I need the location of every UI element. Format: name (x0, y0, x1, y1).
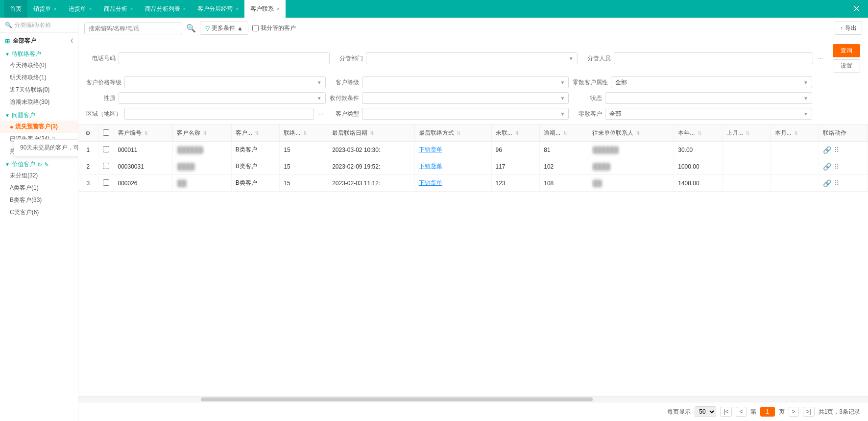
sidebar-item-overdue[interactable]: 逾期未联络(30) (0, 96, 78, 108)
person-ellipsis[interactable]: ··· (816, 55, 825, 62)
zero-customer-select[interactable]: 全部 (605, 108, 812, 120)
sidebar-item-churn-warning[interactable]: ● 流失预警客户(3) (0, 121, 78, 133)
col-liaison[interactable]: 往来单位联系人 ⇅ (588, 125, 674, 142)
my-customers-checkbox[interactable] (252, 25, 259, 31)
sidebar-item-ungroup[interactable]: 未分组(32) (0, 170, 78, 182)
horizontal-scrollbar[interactable] (78, 396, 868, 402)
dept-select[interactable] (366, 52, 577, 64)
sidebar-item-tomorrow[interactable]: 明天待联络(1) (0, 72, 78, 84)
row3-last-month (722, 175, 771, 192)
close-analysis-list-tab[interactable]: × (183, 6, 186, 12)
arrow-down-icon3: ▼ (5, 162, 10, 167)
zero-attr-select[interactable]: 全部 (611, 76, 812, 88)
row1-checkbox[interactable] (98, 142, 114, 158)
close-sales-tab[interactable]: × (54, 6, 57, 12)
nav-home[interactable]: 首页 (4, 0, 27, 18)
arrow-down-icon2: ▼ (5, 113, 10, 118)
row2-select[interactable] (103, 163, 109, 169)
filter-customer-grade: 客户等级 ▼ (330, 76, 569, 88)
group-value-customer[interactable]: ▼ 价值客户 ↻ ✎ (0, 157, 78, 170)
col-type[interactable]: 客户... ⇅ (231, 125, 280, 142)
customer-type-select[interactable] (362, 108, 569, 120)
col-this-year[interactable]: 本年... ⇅ (674, 125, 723, 142)
search-input[interactable] (84, 23, 182, 34)
row1-select[interactable] (103, 146, 109, 152)
page-prev-btn[interactable]: < (736, 407, 746, 417)
row1-code: 000011 (114, 142, 172, 158)
status-select[interactable] (605, 92, 812, 104)
col-last-date[interactable]: 最后联络日期 ⇅ (328, 125, 414, 142)
person-input[interactable] (614, 52, 813, 64)
page-next-btn[interactable]: > (789, 407, 799, 417)
row3-checkbox[interactable] (98, 175, 114, 192)
all-customers-header[interactable]: ⊞ 全部客户 《 (0, 33, 78, 47)
row3-more-icon[interactable]: ⠿ (834, 179, 839, 187)
settings-icon[interactable]: ⚙ (85, 130, 91, 137)
row2-link-icon[interactable]: 🔗 (823, 163, 831, 171)
close-purchase-tab[interactable]: × (89, 6, 92, 12)
nav-analysis-list[interactable]: 商品分析列表 × (139, 0, 192, 18)
churn-tooltip: 90天未交易的客户，可能有流失风险。 (14, 139, 78, 156)
col-checkbox[interactable] (98, 125, 114, 142)
page-input[interactable] (760, 407, 775, 417)
settings-btn[interactable]: 设置 (833, 59, 860, 73)
row3-last-method[interactable]: 下销货单 (414, 175, 491, 192)
my-customers-checkbox-label[interactable]: 我分管的客户 (252, 24, 296, 32)
close-customer-layer-tab[interactable]: × (236, 6, 239, 12)
nav-customer-contact[interactable]: 客户联系 × (244, 0, 286, 18)
sort-icon-this-year: ⇅ (698, 130, 701, 136)
close-analysis-tab[interactable]: × (130, 6, 133, 12)
group-waiting-contact[interactable]: ▼ 待联络客户 (0, 47, 78, 59)
price-grade-select[interactable] (124, 76, 326, 88)
sidebar-item-b-class[interactable]: B类客户(33) (0, 194, 78, 206)
row2-checkbox[interactable] (98, 158, 114, 175)
sidebar-item-7days[interactable]: 近7天待联络(0) (0, 84, 78, 96)
window-close-btn[interactable]: ✕ (849, 3, 864, 14)
col-unlink[interactable]: 未联... ⇅ (491, 125, 540, 142)
col-last-month[interactable]: 上月... ⇅ (722, 125, 771, 142)
col-overdue[interactable]: 逾期... ⇅ (540, 125, 588, 142)
nav-purchase[interactable]: 进货单 × (63, 0, 98, 18)
scroll-thumb[interactable] (201, 397, 593, 401)
query-btn[interactable]: 查询 (833, 44, 860, 57)
region-input[interactable] (124, 108, 314, 120)
col-code[interactable]: 客户编号 ⇅ (114, 125, 172, 142)
per-page-select[interactable]: 50 (695, 406, 716, 417)
row2-more-icon[interactable]: ⠿ (834, 163, 839, 171)
sidebar-item-today[interactable]: 今天待联络(0) (0, 59, 78, 72)
row2-last-method[interactable]: 下销货单 (414, 158, 491, 175)
sidebar-item-c-class[interactable]: C类客户(6) (0, 206, 78, 219)
row1-overdue: 81 (540, 142, 588, 158)
payment-select[interactable] (362, 92, 569, 104)
more-conditions-btn[interactable]: ▽ 更多条件 ▲ (200, 22, 248, 35)
col-contact-num[interactable]: 联络... ⇅ (280, 125, 328, 142)
nav-analysis[interactable]: 商品分析 × (98, 0, 139, 18)
col-last-method[interactable]: 最后联络方式 ⇅ (414, 125, 491, 142)
close-customer-contact-tab[interactable]: × (277, 6, 280, 12)
sidebar-search-input[interactable] (14, 22, 78, 28)
nav-sales[interactable]: 销货单 × (27, 0, 63, 18)
phone-input[interactable] (119, 52, 330, 64)
gender-select[interactable] (119, 92, 326, 104)
row1-link-icon[interactable]: 🔗 (823, 146, 831, 154)
search-icon[interactable]: 🔍 (186, 24, 196, 33)
filter-payment: 收付款条件 ▼ (330, 92, 569, 104)
col-name[interactable]: 客户名称 ⇅ (172, 125, 231, 142)
col-this-month[interactable]: 本月... ⇅ (771, 125, 819, 142)
row1-last-method[interactable]: 下销货单 (414, 142, 491, 158)
chevron-up-icon: ▲ (237, 25, 243, 32)
select-all-checkbox[interactable] (103, 129, 109, 136)
edit-icon[interactable]: ✎ (44, 161, 49, 168)
export-btn[interactable]: ↑ 导出 (835, 22, 862, 35)
refresh-icon[interactable]: ↻ (37, 161, 42, 168)
page-first-btn[interactable]: |< (720, 407, 732, 417)
nav-customer-layer[interactable]: 客户分层经营 × (192, 0, 244, 18)
row3-select[interactable] (103, 179, 109, 186)
region-ellipsis[interactable]: ··· (317, 110, 326, 117)
customer-grade-select[interactable] (362, 76, 569, 88)
sidebar-item-a-class[interactable]: A类客户(1) (0, 182, 78, 194)
page-last-btn[interactable]: >| (803, 407, 815, 417)
row1-more-icon[interactable]: ⠿ (834, 146, 839, 154)
row3-link-icon[interactable]: 🔗 (823, 179, 831, 187)
group-problem-customer[interactable]: ▼ 问题客户 (0, 108, 78, 121)
